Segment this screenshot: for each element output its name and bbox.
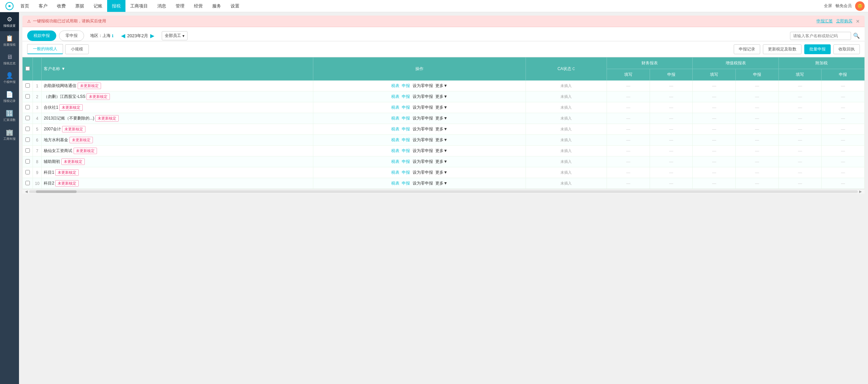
nav-operation[interactable]: 经营 <box>189 0 208 12</box>
op-more[interactable]: 更多▼ <box>435 127 448 131</box>
scroll-track[interactable] <box>29 190 858 193</box>
select-all-checkbox[interactable] <box>25 66 30 71</box>
banner-link-buy[interactable]: 立即购买 <box>836 18 852 24</box>
op-tax-form[interactable]: 税表 <box>391 148 399 153</box>
op-declare[interactable]: 申报 <box>402 127 410 131</box>
op-declare[interactable]: 申报 <box>402 148 410 153</box>
op-declare[interactable]: 申报 <box>402 137 410 142</box>
nav-manage[interactable]: 管理 <box>171 0 189 12</box>
op-tax-form[interactable]: 税表 <box>391 159 399 164</box>
op-zero-declare[interactable]: 设为零申报 <box>413 94 433 99</box>
th-fin-fill: 填写 <box>607 69 650 81</box>
sidebar-item-batch-tax[interactable]: 📋 批量报税 <box>0 31 19 50</box>
op-declare[interactable]: 申报 <box>402 170 410 175</box>
update-tax-button[interactable]: 更新税定及取数 <box>763 44 802 54</box>
op-tax-form[interactable]: 税表 <box>391 94 399 99</box>
nav-settings[interactable]: 设置 <box>226 0 244 12</box>
declaration-record-button[interactable]: 申报记录 <box>734 44 760 54</box>
row-checkbox[interactable] <box>25 94 30 99</box>
search-input[interactable] <box>790 32 851 40</box>
op-tax-form[interactable]: 税表 <box>391 116 399 121</box>
row-checkbox[interactable] <box>25 83 30 88</box>
op-zero-declare[interactable]: 设为零申报 <box>413 137 433 142</box>
nav-bookkeep[interactable]: 记账 <box>89 0 107 12</box>
row-checkbox[interactable] <box>25 127 30 131</box>
scroll-left-arrow[interactable]: ◀ <box>24 190 29 193</box>
sidebar-item-tax-overview[interactable]: 🖥 报税总览 <box>0 50 19 69</box>
op-more[interactable]: 更多▼ <box>435 159 448 164</box>
row-checkbox[interactable] <box>25 159 30 164</box>
op-declare[interactable]: 申报 <box>402 94 410 99</box>
upgrade-btn[interactable]: 畅免会员 <box>835 3 852 9</box>
op-more[interactable]: 更多▼ <box>435 94 448 99</box>
th-num <box>33 58 42 81</box>
row-checkbox[interactable] <box>25 181 30 185</box>
op-more[interactable]: 更多▼ <box>435 83 448 88</box>
op-tax-form[interactable]: 税表 <box>391 127 399 131</box>
nav-tax[interactable]: 报税 <box>107 0 125 12</box>
search-button[interactable]: 🔍 <box>853 33 860 39</box>
period-prev-arrow[interactable]: ◀ <box>121 33 125 39</box>
sidebar-item-tax-settings[interactable]: ⚙ 报税设置 <box>0 12 19 31</box>
op-more[interactable]: 更多▼ <box>435 116 448 121</box>
op-more[interactable]: 更多▼ <box>435 170 448 175</box>
op-declare[interactable]: 申报 <box>402 181 410 186</box>
avatar[interactable]: 😊 <box>855 1 865 11</box>
banner-link-report[interactable]: 申报汇签 <box>816 18 833 24</box>
close-banner-button[interactable]: ✕ <box>856 19 860 24</box>
op-zero-declare[interactable]: 设为零申报 <box>413 181 433 186</box>
nav-home[interactable]: 首页 <box>16 0 34 12</box>
nav-fee[interactable]: 收费 <box>52 0 71 12</box>
nav-message[interactable]: 消息 <box>153 0 171 12</box>
op-tax-form[interactable]: 税表 <box>391 137 399 142</box>
sort-icon[interactable]: ▼ <box>61 66 65 71</box>
op-zero-declare[interactable]: 设为零申报 <box>413 116 433 121</box>
status-badge: 未更新核定 <box>74 148 97 154</box>
tab-tax-declaration[interactable]: 税款申报 <box>27 30 56 41</box>
collect-receipt-button[interactable]: 收取回执 <box>833 44 860 54</box>
op-zero-declare[interactable]: 设为零申报 <box>413 127 433 131</box>
row-checkbox[interactable] <box>25 116 30 120</box>
op-tax-form[interactable]: 税表 <box>391 181 399 186</box>
sub-tab-small-scale[interactable]: 小规模 <box>65 44 89 54</box>
scroll-thumb[interactable] <box>36 190 77 193</box>
sub-tab-general[interactable]: 一般的纳税人 <box>27 44 63 54</box>
nav-ticket[interactable]: 票据 <box>71 0 89 12</box>
op-declare[interactable]: 申报 <box>402 105 410 110</box>
op-more[interactable]: 更多▼ <box>435 148 448 153</box>
op-more[interactable]: 更多▼ <box>435 181 448 186</box>
op-declare[interactable]: 申报 <box>402 116 410 121</box>
row-client-name: 辅助期初 未更新核定 <box>42 156 313 167</box>
dept-selector[interactable]: 全部员工 ▾ <box>162 31 188 40</box>
op-declare[interactable]: 申报 <box>402 83 410 88</box>
row-checkbox[interactable] <box>25 137 30 142</box>
op-zero-declare[interactable]: 设为零申报 <box>413 148 433 153</box>
info-icon[interactable]: ℹ <box>112 34 114 38</box>
op-zero-declare[interactable]: 设为零申报 <box>413 170 433 175</box>
op-declare[interactable]: 申报 <box>402 159 410 164</box>
op-tax-form[interactable]: 税表 <box>391 105 399 110</box>
op-tax-form[interactable]: 税表 <box>391 83 399 88</box>
sidebar-item-reconcile[interactable]: 🔢 汇算清数 <box>0 106 19 125</box>
nav-industry[interactable]: 工商项目 <box>125 0 153 12</box>
sidebar-item-personal-tax[interactable]: 👤 个税申报 <box>0 68 19 87</box>
nav-client[interactable]: 客户 <box>34 0 52 12</box>
tab-zero-declaration[interactable]: 零申报 <box>59 30 84 41</box>
batch-declare-button[interactable]: 批量申报 <box>804 44 831 54</box>
row-checkbox[interactable] <box>25 105 30 109</box>
op-zero-declare[interactable]: 设为零申报 <box>413 159 433 164</box>
fullscreen-btn[interactable]: 全屏 <box>824 3 832 9</box>
sidebar-item-annual-report[interactable]: 🏢 工商年报 <box>0 125 19 144</box>
sub-tab-bar: 一般的纳税人 小规模 申报记录 更新税定及取数 批量申报 收取回执 <box>22 41 865 57</box>
row-checkbox[interactable] <box>25 148 30 153</box>
row-checkbox[interactable] <box>25 170 30 174</box>
op-zero-declare[interactable]: 设为零申报 <box>413 105 433 110</box>
op-more[interactable]: 更多▼ <box>435 137 448 142</box>
nav-service[interactable]: 服务 <box>208 0 226 12</box>
period-next-arrow[interactable]: ▶ <box>150 33 154 39</box>
op-more[interactable]: 更多▼ <box>435 105 448 110</box>
op-tax-form[interactable]: 税表 <box>391 170 399 175</box>
scroll-right-arrow[interactable]: ▶ <box>858 190 863 193</box>
sidebar-item-tax-record[interactable]: 📄 报税记录 <box>0 87 19 106</box>
op-zero-declare[interactable]: 设为零申报 <box>413 83 433 88</box>
